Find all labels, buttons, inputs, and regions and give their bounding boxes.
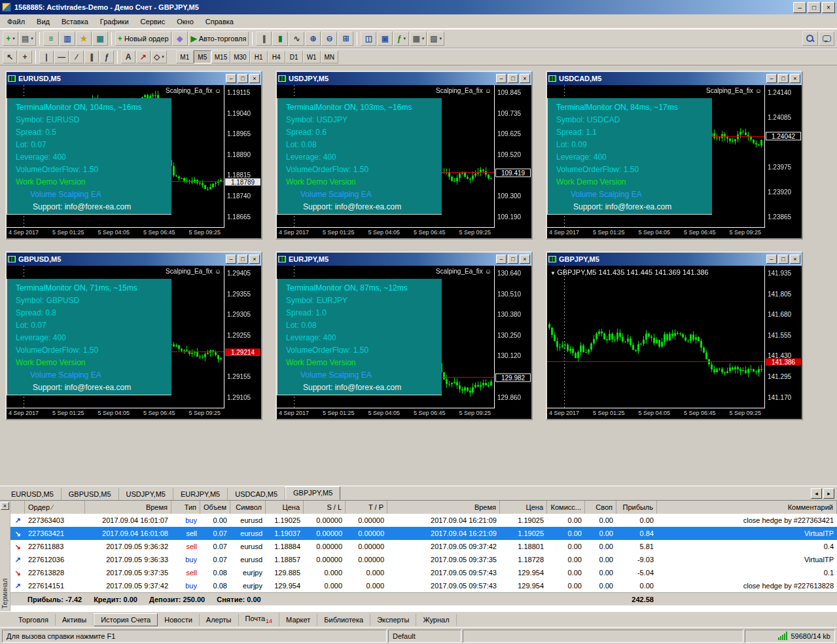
zoom-in-button[interactable]: ⊕ bbox=[305, 31, 321, 46]
restore-button[interactable]: □ bbox=[508, 255, 518, 264]
minimize-button[interactable]: – bbox=[496, 255, 507, 264]
order-row-227363421[interactable]: ↘2273634212017.09.04 16:01:08sell0.07eur… bbox=[10, 527, 837, 540]
chart-plot[interactable]: Scalping_Ea_fix☺TerminalMonitor ON, 104m… bbox=[7, 85, 224, 228]
restore-button[interactable]: □ bbox=[808, 2, 821, 13]
timeframe-W1[interactable]: W1 bbox=[303, 50, 321, 63]
chart-tab-GBPUSD-M5[interactable]: GBPUSD,M5 bbox=[62, 488, 119, 500]
arrange-windows-button[interactable]: ◫ bbox=[361, 31, 376, 46]
titlebar[interactable]: 1568885: Activtrades-Demo - Демо Счет - … bbox=[0, 0, 837, 14]
tab-scroll-right-button[interactable]: ▸ bbox=[823, 488, 834, 499]
cascade-windows-button[interactable]: ▣ bbox=[377, 31, 393, 46]
close-button[interactable]: × bbox=[790, 74, 800, 83]
restore-button[interactable]: □ bbox=[508, 74, 518, 83]
terminal-tab-7[interactable]: Библиотека bbox=[317, 614, 370, 626]
menu-item-6[interactable]: Справка bbox=[200, 16, 240, 27]
timeframe-MN[interactable]: MN bbox=[321, 50, 338, 63]
restore-button[interactable]: □ bbox=[778, 255, 789, 264]
candlestick-chart-button[interactable]: ▮ bbox=[272, 31, 288, 46]
shapes-button[interactable]: ◇▾ bbox=[151, 50, 167, 63]
text-button[interactable]: A bbox=[121, 50, 135, 63]
chart-window-titlebar[interactable]: USDCAD,M5–□× bbox=[547, 72, 802, 85]
close-button[interactable]: × bbox=[249, 74, 260, 83]
close-button[interactable]: × bbox=[790, 255, 800, 264]
menu-item-5[interactable]: Окно bbox=[171, 16, 200, 27]
arrow-button[interactable]: ↗ bbox=[136, 50, 151, 63]
chart-tab-USDCAD-M5[interactable]: USDCAD,M5 bbox=[228, 488, 285, 500]
menu-item-4[interactable]: Сервис bbox=[135, 16, 171, 27]
minimize-button[interactable]: – bbox=[766, 255, 777, 264]
minimize-button[interactable]: – bbox=[226, 74, 236, 83]
chart-plot[interactable]: Scalping_Ea_fix☺TerminalMonitor ON, 84ms… bbox=[547, 85, 765, 228]
column-header-11[interactable]: Своп bbox=[585, 501, 616, 514]
chart-window-titlebar[interactable]: EURUSD,M5–□× bbox=[7, 72, 261, 85]
search-button[interactable] bbox=[802, 31, 818, 46]
terminal-tab-1[interactable]: Активы bbox=[56, 614, 94, 626]
terminal-tab-4[interactable]: Алерты bbox=[200, 614, 239, 626]
column-header-1[interactable]: Время bbox=[85, 501, 171, 514]
tab-scroll-left-button[interactable]: ◂ bbox=[811, 488, 822, 499]
periods-button[interactable]: ▦▾ bbox=[410, 31, 427, 46]
order-row-227363403[interactable]: ↗2273634032017.09.04 16:01:07buy0.00euru… bbox=[10, 514, 837, 527]
menu-item-0[interactable]: Файл bbox=[1, 16, 31, 27]
chart-window-titlebar[interactable]: USDJPY,M5–□× bbox=[277, 72, 531, 85]
crosshair-button[interactable]: + bbox=[18, 50, 32, 63]
vertical-line-button[interactable]: | bbox=[39, 50, 54, 63]
zoom-out-button[interactable]: ⊖ bbox=[321, 31, 337, 46]
column-header-2[interactable]: Тип bbox=[171, 501, 200, 514]
chart-window-titlebar[interactable]: GBPUSD,M5–□× bbox=[7, 253, 261, 266]
restore-button[interactable]: □ bbox=[238, 255, 248, 264]
order-row-227613828[interactable]: ↘2276138282017.09.05 9:37:35sell0.08eurj… bbox=[10, 566, 837, 579]
restore-button[interactable]: □ bbox=[778, 74, 789, 83]
timeframe-D1[interactable]: D1 bbox=[285, 50, 303, 63]
column-header-9[interactable]: Цена bbox=[500, 501, 547, 514]
menu-item-2[interactable]: Вставка bbox=[56, 16, 94, 27]
timeframe-M30[interactable]: M30 bbox=[230, 50, 249, 63]
market-watch-button[interactable]: ≡ bbox=[43, 31, 59, 46]
cursor-button[interactable]: ↖ bbox=[3, 50, 17, 63]
terminal-button[interactable]: ▦ bbox=[92, 31, 108, 46]
channel-button[interactable]: ∥ bbox=[84, 50, 99, 63]
column-header-13[interactable]: Комментарий bbox=[657, 501, 837, 514]
chart-plot[interactable]: Scalping_Ea_fix☺TerminalMonitor ON, 87ms… bbox=[277, 266, 495, 408]
column-header-4[interactable]: Символ bbox=[230, 501, 266, 514]
chart-window-titlebar[interactable]: EURJPY,M5–□× bbox=[277, 253, 531, 266]
line-chart-button[interactable]: ∿ bbox=[289, 31, 304, 46]
column-header-10[interactable]: Комисс... bbox=[547, 501, 585, 514]
column-header-3[interactable]: Объем bbox=[200, 501, 230, 514]
chart-tab-EURUSD-M5[interactable]: EURUSD,M5 bbox=[4, 488, 62, 500]
close-button[interactable]: × bbox=[822, 2, 835, 13]
chart-plot[interactable]: Scalping_Ea_fix☺TerminalMonitor ON, 71ms… bbox=[7, 266, 224, 408]
column-header-12[interactable]: Прибыль bbox=[616, 501, 657, 514]
terminal-tab-5[interactable]: Почта14 bbox=[239, 613, 280, 626]
order-row-227611883[interactable]: ↘2276118832017.09.05 9:36:32sell0.07euru… bbox=[10, 540, 837, 553]
terminal-close-button[interactable]: × bbox=[1, 502, 9, 510]
autotrade-button[interactable]: ▶Авто-торговля bbox=[188, 31, 249, 46]
chart-tab-USDJPY-M5[interactable]: USDJPY,M5 bbox=[119, 488, 173, 500]
order-row-227614151[interactable]: ↗2276141512017.09.05 9:37:42buy0.08eurjp… bbox=[10, 579, 837, 592]
chat-button[interactable] bbox=[819, 31, 834, 46]
bar-chart-button[interactable]: ∥ bbox=[256, 31, 272, 46]
chart-window-titlebar[interactable]: GBPJPY,M5–□× bbox=[547, 253, 802, 266]
column-header-7[interactable]: T / P bbox=[346, 501, 387, 514]
timeframe-H4[interactable]: H4 bbox=[268, 50, 285, 63]
timeframe-M1[interactable]: M1 bbox=[176, 50, 194, 63]
minimize-button[interactable]: – bbox=[793, 2, 806, 13]
terminal-tab-2[interactable]: История Счета bbox=[94, 613, 158, 626]
indicators-button[interactable]: ƒ▾ bbox=[393, 31, 409, 46]
terminal-tab-6[interactable]: Маркет bbox=[279, 614, 317, 626]
timeframe-M5[interactable]: M5 bbox=[194, 50, 211, 63]
status-profile[interactable]: Default bbox=[388, 630, 461, 643]
chart-tab-GBPJPY-M5[interactable]: GBPJPY,M5 bbox=[285, 486, 340, 500]
trendline-button[interactable]: ∕ bbox=[69, 50, 84, 63]
terminal-tab-8[interactable]: Эксперты bbox=[370, 614, 416, 626]
fibonacci-button[interactable]: ƒ bbox=[99, 50, 114, 63]
timeframe-H1[interactable]: H1 bbox=[250, 50, 268, 63]
chart-plot[interactable]: Scalping_Ea_fix☺TerminalMonitor ON, 103m… bbox=[277, 85, 495, 228]
chart-tab-EURJPY-M5[interactable]: EURJPY,M5 bbox=[173, 488, 228, 500]
chart-plot[interactable]: ▼ GBPJPY,M5 141.435 141.445 141.369 141.… bbox=[547, 266, 765, 408]
close-button[interactable]: × bbox=[520, 74, 530, 83]
column-header-5[interactable]: Цена bbox=[266, 501, 304, 514]
close-button[interactable]: × bbox=[249, 255, 260, 264]
menu-item-1[interactable]: Вид bbox=[31, 16, 56, 27]
profiles-button[interactable]: ▤▾ bbox=[19, 31, 36, 46]
